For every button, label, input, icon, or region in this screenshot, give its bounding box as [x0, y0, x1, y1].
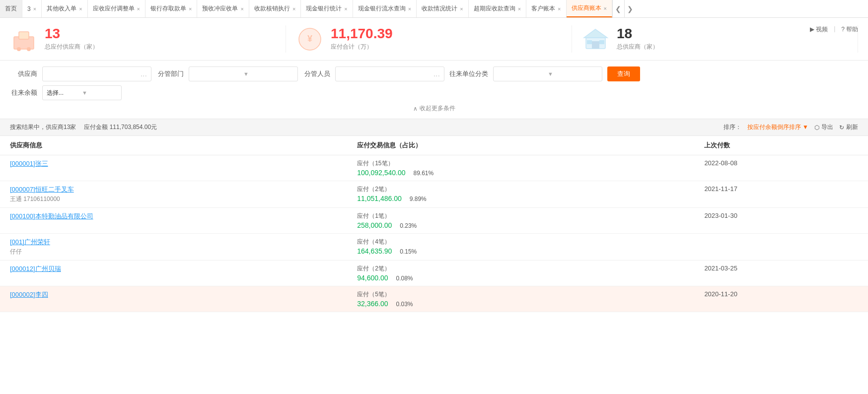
person-dots[interactable]: ...	[434, 69, 440, 78]
refresh-button[interactable]: ↻ 刷新	[839, 123, 858, 131]
supplier-cell-0: [000001]张三	[0, 155, 347, 181]
shop-icon	[582, 25, 609, 53]
category-select[interactable]: ▼	[493, 66, 602, 81]
last-pay-cell-2: 2023-01-30	[694, 208, 868, 234]
nav-tab-receipt-stat[interactable]: 收款情况统计×	[417, 0, 468, 17]
nav-tab-customer-ledger[interactable]: 客户账本×	[526, 0, 566, 17]
supplier-dots[interactable]: ...	[141, 69, 147, 78]
tab-close-customer-ledger[interactable]: ×	[558, 6, 561, 12]
nav-arrow-right[interactable]: ❯	[624, 0, 636, 17]
txn-label-1: 应付（2笔）	[357, 185, 684, 194]
tab-close-receipt-stat[interactable]: ×	[460, 6, 463, 12]
tab-close-overdue-ar[interactable]: ×	[518, 6, 521, 12]
dept-label: 分管部门	[156, 69, 184, 78]
dept-select[interactable]: ▼	[189, 66, 298, 81]
balance-value: 选择...	[47, 89, 82, 97]
balance-select[interactable]: 选择... ▼	[42, 85, 122, 100]
nav-tab-home[interactable]: 首页	[0, 0, 22, 17]
supplier-sub-3: 仔仔	[10, 248, 337, 256]
txn-label-4: 应付（2笔）	[357, 264, 684, 273]
table-body: [000001]张三应付（15笔）100,092,540.0089.61%202…	[0, 155, 868, 312]
help-link[interactable]: ?帮助	[841, 25, 858, 34]
tab-close-other-income[interactable]: ×	[79, 6, 82, 12]
collapse-label: 收起更多条件	[420, 104, 455, 113]
export-icon: ⬡	[814, 124, 819, 131]
tab-close-prepay-ar[interactable]: ×	[240, 6, 243, 12]
last-pay-date-1: 2021-11-17	[704, 185, 737, 193]
supplier-label: 供应商	[10, 69, 37, 78]
supplier-input[interactable]	[47, 70, 141, 77]
last-pay-cell-5: 2020-11-20	[694, 286, 868, 312]
nav-tab-supplier-ledger[interactable]: 供应商账本×	[567, 0, 612, 17]
result-text: 搜索结果中，供应商13家	[10, 123, 76, 131]
person-input-wrap[interactable]: ...	[335, 66, 444, 81]
nav-tab-prepay-ar[interactable]: 预收冲应收单×	[197, 0, 249, 17]
svg-rect-8	[592, 41, 599, 49]
tab-close-ar-ap-adjust[interactable]: ×	[137, 6, 140, 12]
txn-pct-1: 9.89%	[410, 196, 427, 202]
tab-close-tab3[interactable]: ×	[33, 6, 36, 12]
main-table: 供应商信息 应付交易信息（占比） 上次付数 [000001]张三应付（15笔）1…	[0, 136, 868, 312]
sort-select[interactable]: 按应付余额倒序排序 ▼	[747, 123, 808, 131]
txn-cell-1: 应付（2笔）11,051,486.009.89%	[347, 181, 694, 208]
nav-tab-cash-bank-flow[interactable]: 现金银行流水查询×	[353, 0, 417, 17]
filter-area: 供应商 ... 分管部门 ▼ 分管人员 ... 往来单位分类 ▼	[0, 61, 868, 119]
person-input[interactable]	[340, 70, 434, 77]
last-pay-cell-3	[694, 234, 868, 261]
video-link[interactable]: ▶视频	[810, 25, 828, 34]
filter-row-2: 往来余额 选择... ▼	[10, 85, 858, 100]
txn-amount-0[interactable]: 100,092,540.00	[357, 169, 405, 177]
tab-close-supplier-ledger[interactable]: ×	[604, 5, 607, 11]
table-row: [000001]张三应付（15笔）100,092,540.0089.61%202…	[0, 155, 868, 181]
nav-tab-receipt-verify[interactable]: 收款核销执行×	[249, 0, 301, 17]
txn-amount-4[interactable]: 94,600.00	[357, 274, 388, 282]
supplier-link-1[interactable]: [000007]恒旺二手叉车	[10, 186, 74, 193]
nav-tab-bank-deposit[interactable]: 银行存取款单×	[145, 0, 197, 17]
tab-close-cash-bank-flow[interactable]: ×	[408, 6, 411, 12]
nav-arrow-left[interactable]: ❮	[612, 0, 624, 17]
export-button[interactable]: ⬡ 导出	[814, 123, 833, 131]
supplier-link-5[interactable]: [000002]李四	[10, 291, 48, 298]
category-arrow: ▼	[548, 71, 598, 77]
txn-amount-1[interactable]: 11,051,486.00	[357, 195, 402, 202]
txn-cell-5: 应付（5笔）32,366.000.03%	[347, 286, 694, 312]
money-icon: ¥	[296, 25, 323, 53]
tab-close-bank-deposit[interactable]: ×	[189, 6, 192, 12]
txn-pct-2: 0.23%	[400, 222, 417, 229]
last-pay-cell-0: 2022-08-08	[694, 155, 868, 181]
nav-tabs-container: 首页3×其他收入单×应收应付调整单×银行存取款单×预收冲应收单×收款核销执行×现…	[0, 0, 612, 17]
table-wrap: 供应商信息 应付交易信息（占比） 上次付数 [000001]张三应付（15笔）1…	[0, 136, 868, 394]
card1-num: 13	[45, 27, 98, 41]
supplier-cell-2: [000100]本特勤油品有限公司	[0, 208, 347, 234]
tab-close-cash-bank-stat[interactable]: ×	[344, 6, 347, 12]
table-row: [001]广州荣轩仔仔应付（4笔）164,635.900.15%	[0, 234, 868, 261]
supplier-link-3[interactable]: [001]广州荣轩	[10, 238, 50, 246]
nav-tab-ar-ap-adjust[interactable]: 应收应付调整单×	[88, 0, 145, 17]
card2-label: 应付合计（万）	[331, 43, 393, 51]
nav-tab-other-income[interactable]: 其他收入单×	[42, 0, 87, 17]
supplier-link-4[interactable]: [000012]广州贝瑞	[10, 265, 61, 272]
collapse-button[interactable]: ∧ 收起更多条件	[413, 104, 455, 113]
txn-cell-0: 应付（15笔）100,092,540.0089.61%	[347, 155, 694, 181]
card2-info: 11,170.39 应付合计（万）	[331, 27, 393, 51]
txn-amount-2[interactable]: 258,000.00	[357, 221, 392, 229]
nav-tab-tab3[interactable]: 3×	[22, 0, 42, 17]
person-label: 分管人员	[303, 69, 330, 78]
txn-pct-4: 0.08%	[396, 275, 413, 282]
result-bar-left: 搜索结果中，供应商13家 应付金额 111,703,854.00元	[10, 123, 157, 131]
dept-arrow: ▼	[243, 71, 293, 77]
tab-close-receipt-verify[interactable]: ×	[292, 6, 295, 12]
top-nav: 首页3×其他收入单×应收应付调整单×银行存取款单×预收冲应收单×收款核销执行×现…	[0, 0, 868, 18]
txn-amount-3[interactable]: 164,635.90	[357, 247, 392, 255]
svg-text:¥: ¥	[307, 34, 312, 44]
nav-tab-cash-bank-stat[interactable]: 现金银行统计×	[301, 0, 353, 17]
supplier-cell-1: [000007]恒旺二手叉车王通 17106110000	[0, 181, 347, 208]
table-header-row: 供应商信息 应付交易信息（占比） 上次付数	[0, 136, 868, 155]
supplier-link-0[interactable]: [000001]张三	[10, 160, 48, 167]
supplier-link-2[interactable]: [000100]本特勤油品有限公司	[10, 212, 93, 220]
query-button[interactable]: 查询	[607, 66, 640, 81]
supplier-input-wrap[interactable]: ...	[42, 66, 151, 81]
sort-label: 排序：	[723, 123, 741, 131]
nav-tab-overdue-ar[interactable]: 超期应收款查询×	[469, 0, 526, 17]
txn-amount-5[interactable]: 32,366.00	[357, 300, 388, 308]
